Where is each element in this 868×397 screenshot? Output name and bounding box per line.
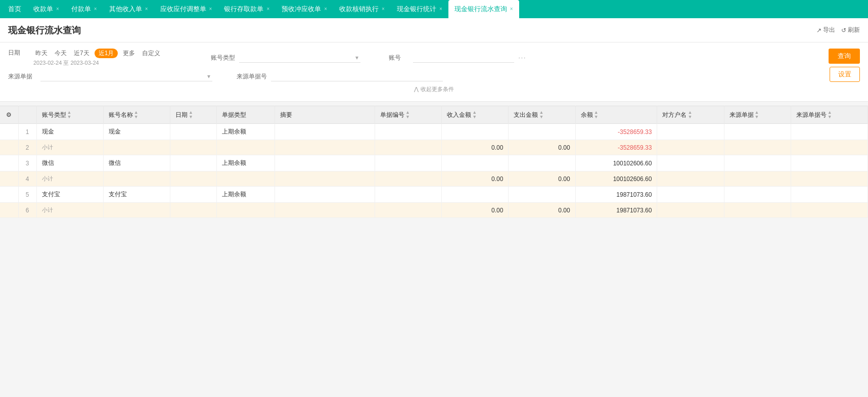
nav-home[interactable]: 首页 <box>2 0 27 18</box>
cell-row-num: 3 <box>18 155 36 171</box>
th-summary[interactable]: 摘要 <box>275 106 375 124</box>
nav-other-income-close[interactable]: × <box>145 0 148 18</box>
th-doc-no[interactable]: 单据编号 ▲▼ <box>375 106 442 124</box>
th-account-type[interactable]: 账号类型 ▲▼ <box>36 106 103 124</box>
th-account-name[interactable]: 账号名称 ▲▼ <box>103 106 170 124</box>
nav-receipt[interactable]: 收款单 × <box>27 0 65 18</box>
date-btn-more[interactable]: 更多 <box>121 49 137 58</box>
sort-icon-date: ▲▼ <box>189 110 193 119</box>
th-expense[interactable]: 支出金额 ▲▼ <box>509 106 575 124</box>
nav-collection-exec-close[interactable]: × <box>382 0 385 18</box>
settings-button[interactable]: 设置 <box>830 67 860 82</box>
source-doc-no-label: 来源单据号 <box>237 72 267 81</box>
cell-doc-no <box>375 187 442 203</box>
cell-empty <box>0 140 18 155</box>
cell-row-num: 2 <box>18 140 36 155</box>
cell-counterparty <box>657 171 724 187</box>
th-date[interactable]: 日期 ▲▼ <box>170 106 217 124</box>
cell-income <box>442 187 509 203</box>
table-row: 3 微信 微信 上期余额 100102606.60 <box>0 155 868 171</box>
table-body: 1 现金 现金 上期余额 -3528659.33 2 小计 0.00 0.00 … <box>0 124 868 218</box>
export-label: 导出 <box>823 26 835 34</box>
cell-account-type: 支付宝 <box>36 187 103 203</box>
right-buttons: 查询 设置 <box>829 49 860 82</box>
cell-source-doc-no <box>791 171 867 187</box>
nav-collection-exec[interactable]: 收款核销执行 × <box>333 0 391 18</box>
source-doc-no-input[interactable] <box>271 72 443 81</box>
query-button[interactable]: 查询 <box>829 49 860 64</box>
date-btn-1month[interactable]: 近1月 <box>95 49 118 58</box>
nav-ar-adjust[interactable]: 应收应付调整单 × <box>154 0 218 18</box>
cell-account-name: 现金 <box>103 124 170 140</box>
cell-doc-type: 上期余额 <box>217 187 275 203</box>
gear-icon[interactable]: ⚙ <box>6 111 12 118</box>
nav-advance-offset-close[interactable]: × <box>324 0 327 18</box>
th-balance[interactable]: 余额 ▲▼ <box>575 106 657 124</box>
nav-cash-bank-flow-label: 现金银行流水查询 <box>454 0 507 18</box>
cell-doc-no <box>375 155 442 171</box>
nav-other-income[interactable]: 其他收入单 × <box>103 0 154 18</box>
table-row: 2 小计 0.00 0.00 -3528659.33 <box>0 140 868 155</box>
page-title: 现金银行流水查询 <box>8 24 81 36</box>
cell-doc-type <box>217 171 275 187</box>
nav-receipt-label: 收款单 <box>33 0 53 18</box>
date-filter-label: 日期 <box>8 49 28 57</box>
th-doc-type[interactable]: 单据类型 <box>217 106 275 124</box>
export-icon: ↗ <box>816 27 821 34</box>
collapse-up-icon: ⋀ <box>414 86 419 93</box>
cell-empty <box>0 155 18 171</box>
page-header: 现金银行流水查询 ↗ 导出 ↺ 刷新 <box>0 18 868 42</box>
nav-bank-deposit[interactable]: 银行存取款单 × <box>218 0 276 18</box>
cell-balance: 100102606.60 <box>575 171 657 187</box>
cell-row-num: 1 <box>18 124 36 140</box>
nav-cash-bank-stat-close[interactable]: × <box>439 0 442 18</box>
th-gear[interactable]: ⚙ <box>0 106 18 124</box>
refresh-button[interactable]: ↺ 刷新 <box>841 26 860 34</box>
date-btn-7days[interactable]: 近7天 <box>72 49 92 58</box>
date-btn-yesterday[interactable]: 昨天 <box>33 49 50 58</box>
cell-empty <box>0 171 18 187</box>
cell-income <box>442 124 509 140</box>
source-doc-select[interactable]: ▾ <box>40 72 212 81</box>
nav-cash-bank-stat[interactable]: 现金银行统计 × <box>391 0 448 18</box>
cell-balance: 19871073.60 <box>575 187 657 203</box>
nav-payment-label: 付款单 <box>71 0 91 18</box>
nav-advance-offset[interactable]: 预收冲应收单 × <box>276 0 333 18</box>
cell-expense: 0.00 <box>509 171 575 187</box>
collapse-bar[interactable]: ⋀ 收起更多条件 <box>8 83 860 95</box>
nav-ar-adjust-close[interactable]: × <box>209 0 212 18</box>
cell-source-doc-no <box>791 140 867 155</box>
account-type-select[interactable]: ▾ <box>239 53 360 63</box>
th-source-doc[interactable]: 来源单据 ▲▼ <box>724 106 791 124</box>
cell-doc-no <box>375 203 442 218</box>
cell-row-num: 6 <box>18 203 36 218</box>
cell-expense <box>509 124 575 140</box>
th-source-doc-no[interactable]: 来源单据号 ▲▼ <box>791 106 867 124</box>
nav-bank-deposit-close[interactable]: × <box>266 0 269 18</box>
header-actions: ↗ 导出 ↺ 刷新 <box>816 26 860 34</box>
collapse-label: 收起更多条件 <box>421 85 454 93</box>
nav-receipt-close[interactable]: × <box>56 0 59 18</box>
cell-date <box>170 140 217 155</box>
cell-summary <box>275 140 375 155</box>
table-header-row: ⚙ 账号类型 ▲▼ 账号名称 ▲▼ <box>0 106 868 124</box>
nav-payment-close[interactable]: × <box>94 0 97 18</box>
account-more-icon[interactable]: ··· <box>518 54 526 61</box>
cell-date <box>170 124 217 140</box>
account-input[interactable] <box>413 53 514 63</box>
nav-cash-bank-flow-close[interactable]: × <box>510 0 513 18</box>
table-row: 6 小计 0.00 0.00 19871073.60 <box>0 203 868 218</box>
nav-payment[interactable]: 付款单 × <box>65 0 103 18</box>
date-btn-today[interactable]: 今天 <box>53 49 69 58</box>
nav-cash-bank-stat-label: 现金银行统计 <box>397 0 436 18</box>
cell-summary <box>275 187 375 203</box>
cell-counterparty <box>657 187 724 203</box>
th-income[interactable]: 收入金额 ▲▼ <box>442 106 509 124</box>
table-row: 1 现金 现金 上期余额 -3528659.33 <box>0 124 868 140</box>
cell-empty <box>0 187 18 203</box>
nav-cash-bank-flow[interactable]: 现金银行流水查询 × <box>448 0 519 18</box>
th-counterparty[interactable]: 对方户名 ▲▼ <box>657 106 724 124</box>
export-button[interactable]: ↗ 导出 <box>816 26 835 34</box>
sort-icon-income: ▲▼ <box>472 110 477 119</box>
date-btn-custom[interactable]: 自定义 <box>140 49 162 58</box>
